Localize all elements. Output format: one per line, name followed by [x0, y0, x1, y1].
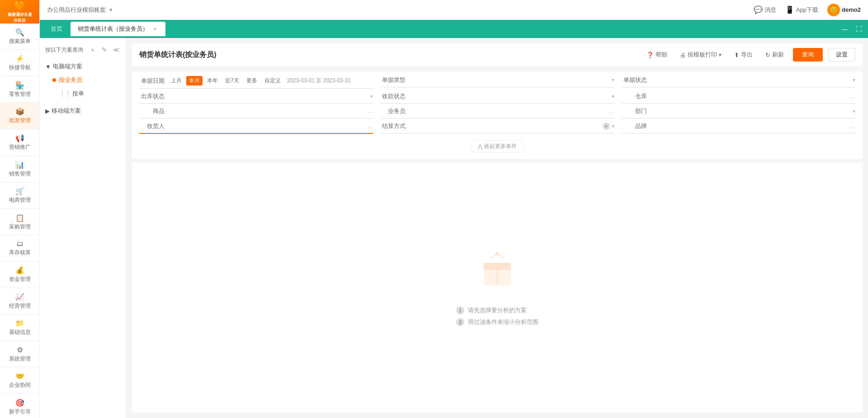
enterprise-icon: 🤝: [15, 372, 24, 380]
collapse-btn[interactable]: ⋀ 收起更多条件: [470, 140, 524, 152]
content-area: 按以下方案查询 + ✎ ≪ ▼ 电脑端方案 按业务员 ⋮⋮ 按: [40, 38, 868, 418]
active-dot-icon: [52, 78, 56, 82]
inventory-icon: 🗂: [16, 240, 24, 248]
system-icon: ⚙: [17, 346, 23, 354]
topbar-breadcrumb: 办公用品行业模拟账套: [47, 6, 106, 14]
brand-more-icon[interactable]: …: [850, 123, 855, 129]
scheme-group-mobile-header[interactable]: ▶ 移动端方案: [40, 104, 126, 118]
sidebar-wholesale-label: 批发管理: [9, 117, 31, 124]
logo-icon: 🧡: [14, 0, 25, 11]
date-tab-this-month[interactable]: 本月: [186, 76, 203, 86]
date-range-text: 2023-03-01 至 2023-03-31: [287, 77, 351, 85]
sidebar-item-wholesale[interactable]: 📦 批发管理: [0, 103, 40, 129]
empty-box-icon: [475, 249, 520, 290]
sidebar-search-label: 搜索菜单: [9, 38, 31, 45]
sidebar-quicknav-label: 快捷导航: [9, 64, 31, 71]
scheme-add-btn[interactable]: +: [88, 45, 97, 54]
sidebar-finance-label: 资金管理: [9, 276, 31, 283]
date-label: 单据日期: [139, 77, 165, 85]
doc-type-dropdown-icon[interactable]: ▾: [612, 77, 614, 83]
tab-close-icon[interactable]: ×: [152, 26, 158, 32]
scheme-collapse-btn[interactable]: ≪: [112, 45, 121, 54]
scheme-header: 按以下方案查询 + ✎ ≪: [40, 42, 126, 58]
sidebar-item-search[interactable]: 🔍 搜索菜单: [0, 24, 40, 50]
doc-status-label: 单据状态: [622, 76, 647, 84]
doc-type-filter-cell: 单据类型 ▾: [380, 76, 614, 87]
guide-icon: 🎯: [15, 399, 24, 407]
department-dropdown-icon[interactable]: ▾: [853, 108, 855, 114]
breadcrumb-dropdown-icon[interactable]: ▾: [109, 6, 113, 13]
sidebar-item-inventory[interactable]: 🗂 库存核算: [0, 235, 40, 261]
sidebar: 🧡 畅捷通好生意 标账版 🔍 搜索菜单 ⚡ 快捷导航 🏪 零售管理 📦 批发管理…: [0, 0, 40, 418]
sidebar-marketing-label: 营销推广: [9, 144, 31, 151]
date-tab-last-month[interactable]: 上月: [168, 76, 184, 86]
scheme-group-desktop-header[interactable]: ▼ 电脑端方案: [40, 60, 126, 73]
out-status-dropdown-icon[interactable]: ▾: [370, 93, 373, 100]
department-label: 部门: [622, 107, 647, 115]
doc-status-dropdown-icon[interactable]: ▾: [853, 77, 855, 83]
sidebar-item-operation[interactable]: 📈 经营管理: [0, 288, 40, 315]
refresh-btn[interactable]: ↻ 刷新: [762, 49, 788, 61]
sidebar-operation-label: 经营管理: [9, 303, 31, 310]
scheme-edit-btn[interactable]: ✎: [100, 45, 109, 54]
tab-home[interactable]: 首页: [43, 22, 70, 36]
empty-tip-1-text: 请先选择要分析的方案: [468, 306, 527, 314]
ecommerce-icon: 🛒: [15, 187, 24, 195]
settings-button[interactable]: 设置: [828, 48, 855, 62]
receiver-input[interactable]: [168, 123, 368, 130]
sidebar-item-ecommerce[interactable]: 🛒 电商管理: [0, 182, 40, 209]
scheme-item-salesperson[interactable]: 按业务员: [40, 73, 126, 87]
salesperson-more-icon[interactable]: …: [609, 108, 614, 114]
page-title: 销货单统计表(按业务员): [139, 50, 217, 60]
sidebar-item-enterprise[interactable]: 🤝 企业协同: [0, 367, 40, 394]
wholesale-icon: 📦: [15, 107, 24, 116]
app-download-btn[interactable]: 📱 App下载: [785, 5, 818, 14]
sidebar-item-marketing[interactable]: 📢 营销推广: [0, 129, 40, 156]
date-tab-this-year[interactable]: 本年: [204, 76, 221, 86]
sidebar-item-quick-nav[interactable]: ⚡ 快捷导航: [0, 50, 40, 76]
app-download-label: App下载: [796, 6, 818, 14]
print-btn[interactable]: 🖨 按模板打印 ▾: [676, 49, 725, 61]
tab-minimize-btn[interactable]: —: [839, 24, 850, 34]
sidebar-item-retail[interactable]: 🏪 零售管理: [0, 76, 40, 103]
filter-row-4: 收货人 … 结算方式 × ▾ 品牌 …: [139, 122, 855, 134]
doc-type-label: 单据类型: [380, 76, 406, 84]
sidebar-system-label: 系统管理: [9, 356, 31, 363]
message-btn[interactable]: 💬 消息: [754, 5, 776, 14]
desktop-group-expand-icon: ▼: [45, 63, 51, 70]
doc-status-filter-cell: 单据状态 ▾: [622, 76, 855, 87]
sidebar-item-purchase[interactable]: 📋 采购管理: [0, 209, 40, 236]
payment-method-filter-cell: 结算方式 × ▾: [380, 122, 614, 133]
scheme-actions: + ✎ ≪: [88, 45, 121, 54]
tab-expand-btn[interactable]: ⛶: [854, 24, 864, 34]
empty-tips: 1 请先选择要分析的方案 2 用过滤条件来缩小分析范围: [456, 306, 538, 326]
date-tab-7days[interactable]: 近7天: [222, 76, 242, 86]
export-btn[interactable]: ⬆ 导出: [731, 49, 756, 61]
sidebar-item-guide[interactable]: 🎯 新手引导: [0, 394, 40, 418]
goods-more-icon[interactable]: …: [368, 108, 373, 114]
payment-dropdown-icon[interactable]: ▾: [612, 123, 614, 129]
message-icon: 💬: [754, 5, 763, 14]
search-button[interactable]: 查询: [793, 48, 823, 62]
search-nav-icon: 🔍: [15, 28, 24, 37]
sidebar-item-basic-info[interactable]: 📁 基础信息: [0, 314, 40, 341]
sidebar-item-system[interactable]: ⚙ 系统管理: [0, 341, 40, 368]
sidebar-item-finance[interactable]: 💰 资金管理: [0, 261, 40, 288]
pay-status-dropdown-icon[interactable]: ▾: [612, 93, 614, 100]
help-btn[interactable]: ❓ 帮助: [643, 49, 671, 61]
salesperson-label: 业务员: [380, 107, 406, 115]
main-area: 办公用品行业模拟账套 ▾ 💬 消息 📱 App下载 😊 demo2 首页: [40, 0, 868, 418]
sidebar-item-sales[interactable]: 📊 销售管理: [0, 156, 40, 183]
empty-tip-1: 1 请先选择要分析的方案: [456, 306, 538, 314]
print-icon: 🖨: [680, 52, 686, 58]
username-label: demo2: [842, 6, 861, 13]
date-tab-custom[interactable]: 自定义: [262, 76, 283, 86]
receiver-more-icon[interactable]: …: [368, 123, 373, 129]
page-header: 销货单统计表(按业务员) ❓ 帮助 🖨 按模板打印 ▾ ⬆ 导出: [132, 43, 863, 66]
warehouse-more-icon[interactable]: …: [850, 93, 855, 100]
payment-close-icon[interactable]: ×: [603, 123, 610, 130]
tab-sales-stats[interactable]: 销货单统计表（按业务员） ×: [71, 22, 165, 36]
scheme-item-order[interactable]: ⋮⋮ 按单: [40, 87, 126, 100]
date-tab-more[interactable]: 更多: [244, 76, 260, 86]
user-profile-btn[interactable]: 😊 demo2: [827, 4, 861, 16]
